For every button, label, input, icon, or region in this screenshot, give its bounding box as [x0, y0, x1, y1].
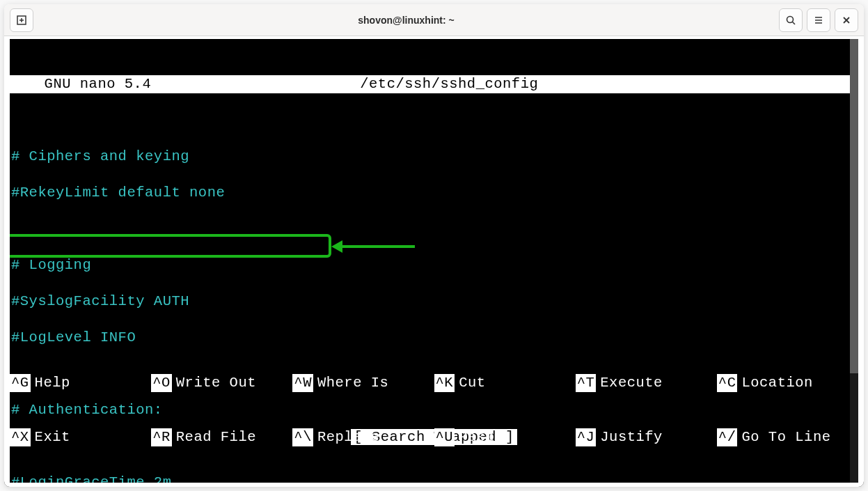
new-tab-button[interactable] — [10, 8, 33, 32]
shortcut-go-to-line[interactable]: ^/Go To Line — [717, 428, 858, 446]
nano-app-name: GNU nano 5.4 — [10, 75, 151, 93]
file-line: #SyslogFacility AUTH — [11, 293, 858, 311]
shortcut-cut[interactable]: ^KCut — [434, 374, 576, 392]
file-line: # Ciphers and keying — [11, 148, 858, 166]
svg-point-3 — [787, 16, 794, 22]
file-line — [11, 220, 858, 238]
shortcut-help[interactable]: ^GHelp — [10, 374, 151, 392]
shortcut-exit[interactable]: ^XExit — [10, 428, 151, 446]
shortcut-where-is[interactable]: ^WWhere Is — [292, 374, 434, 392]
shortcut-read-file[interactable]: ^RRead File — [151, 428, 292, 446]
close-button[interactable] — [835, 8, 858, 32]
window-titlebar: shovon@linuxhint: ~ — [4, 4, 864, 36]
terminal-window: shovon@linuxhint: ~ GNU nano 5.4/etc/ssh… — [4, 4, 864, 487]
nano-filename: /etc/ssh/sshd_config — [151, 75, 858, 93]
svg-line-4 — [793, 22, 796, 24]
shortcut-write-out[interactable]: ^OWrite Out — [151, 374, 292, 392]
shortcut-paste[interactable]: ^UPaste — [434, 428, 576, 446]
terminal-viewport[interactable]: GNU nano 5.4/etc/ssh/sshd_config # Ciphe… — [4, 36, 864, 487]
shortcut-execute[interactable]: ^TExecute — [576, 374, 717, 392]
terminal-scrollbar[interactable] — [850, 39, 858, 483]
window-title: shovon@linuxhint: ~ — [33, 15, 779, 26]
search-button[interactable] — [779, 8, 803, 32]
nano-header: GNU nano 5.4/etc/ssh/sshd_config — [10, 75, 858, 93]
terminal-content: GNU nano 5.4/etc/ssh/sshd_config # Ciphe… — [10, 39, 858, 483]
shortcut-location[interactable]: ^CLocation — [717, 374, 858, 392]
file-line: #RekeyLimit default none — [11, 184, 858, 202]
shortcut-row: ^XExit ^RRead File ^\Replace ^UPaste ^JJ… — [10, 428, 858, 446]
scrollbar-thumb[interactable] — [850, 39, 858, 373]
shortcut-replace[interactable]: ^\Replace — [292, 428, 434, 446]
menu-button[interactable] — [807, 8, 830, 32]
shortcut-justify[interactable]: ^JJustify — [576, 428, 717, 446]
shortcut-row: ^GHelp ^OWrite Out ^WWhere Is ^KCut ^TEx… — [10, 374, 858, 392]
file-line: # Logging — [11, 256, 858, 274]
nano-shortcut-bar: ^GHelp ^OWrite Out ^WWhere Is ^KCut ^TEx… — [10, 338, 858, 483]
